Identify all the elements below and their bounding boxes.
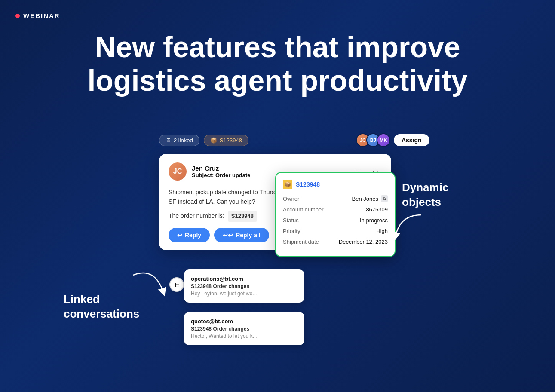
linked-icon: 🖥 [166,137,171,144]
assign-area: JC BJ MK Assign [356,133,429,147]
popup-row-owner: Owner Ben Jones ⧉ [283,195,388,202]
conv2-email: quotes@bt.com [191,318,297,325]
linked-conversation-1[interactable]: operations@bt.com S123948 Order changes … [184,270,304,303]
reply-all-arrow-icon: ↩↩ [223,232,233,239]
subject-text: Order update [215,172,251,178]
priority-label: Priority [283,228,300,234]
dynamic-arrow [391,211,426,245]
avatars-group: JC BJ MK [356,133,390,147]
popup-title: S123948 [296,181,320,188]
conv1-email: operations@bt.com [191,276,297,282]
popup-package-icon: 📦 [283,180,292,189]
assign-button[interactable]: Assign [394,134,429,146]
order-label: S123948 [220,137,242,144]
order-badge[interactable]: 📦 S123948 [204,135,248,146]
shipment-label: Shipment date [283,239,319,245]
avatar-3: MK [377,133,390,147]
sender-avatar: JC [169,162,187,181]
dynamic-popup: 📦 S123948 Owner Ben Jones ⧉ Account numb… [275,172,396,257]
linked-count: 2 linked [174,137,193,144]
linked-badge[interactable]: 🖥 2 linked [159,135,199,146]
dynamic-objects-label: Dynamic objects [402,181,448,210]
linked-arrow [129,266,172,301]
owner-value: Ben Jones ⧉ [352,195,388,202]
popup-row-priority: Priority High [283,228,388,234]
order-icon: 📦 [210,137,217,144]
reply-label: Reply [185,232,201,239]
linked-line1: Linked [64,292,139,307]
conv2-subject: S123948 Order changes [191,326,297,332]
reply-all-label: Reply all [236,232,261,239]
conv1-preview: Hey Leyton, we just got wo... [191,291,297,297]
conv2-preview: Hector, Wanted to let you k... [191,333,297,339]
status-value: In progress [360,217,388,224]
reply-all-button[interactable]: ↩↩ Reply all [214,228,269,242]
subject-prefix: Subject: [192,172,214,178]
webinar-dot [15,14,20,18]
popup-row-account: Account number 8675309 [283,206,388,213]
dynamic-line2: objects [402,195,448,210]
order-ref-prefix: The order number is: [169,212,224,219]
hero-line2: logistics agent productivity [34,64,521,97]
webinar-label: WEBINAR [23,12,60,19]
dynamic-line1: Dynamic [402,181,448,195]
linked-conversation-2[interactable]: quotes@bt.com S123948 Order changes Hect… [184,312,304,345]
copy-icon[interactable]: ⧉ [381,195,388,202]
linked-conversations-label: Linked conversations [64,292,139,322]
shipment-value: December 12, 2023 [339,239,388,245]
popup-row-status: Status In progress [283,217,388,224]
order-ref-inline: S123948 [228,211,257,222]
linked-line2: conversations [64,307,139,322]
priority-value: High [376,228,388,234]
reply-button[interactable]: ↩ Reply [169,228,210,242]
sender-name: Jen Cruz [192,165,346,172]
account-label: Account number [283,206,324,213]
reply-arrow-icon: ↩ [177,232,182,239]
popup-header: 📦 S123948 [283,180,388,189]
status-label: Status [283,217,299,224]
webinar-badge: WEBINAR [15,12,60,19]
owner-label: Owner [283,196,299,202]
hero-line1: New features that improve [34,30,521,64]
hero-title: New features that improve logistics agen… [0,30,555,97]
conv1-subject: S123948 Order changes [191,283,297,289]
account-value: 8675309 [366,206,388,213]
top-bar: 🖥 2 linked 📦 S123948 JC BJ MK Assign [159,133,326,147]
popup-row-shipment: Shipment date December 12, 2023 [283,239,388,245]
